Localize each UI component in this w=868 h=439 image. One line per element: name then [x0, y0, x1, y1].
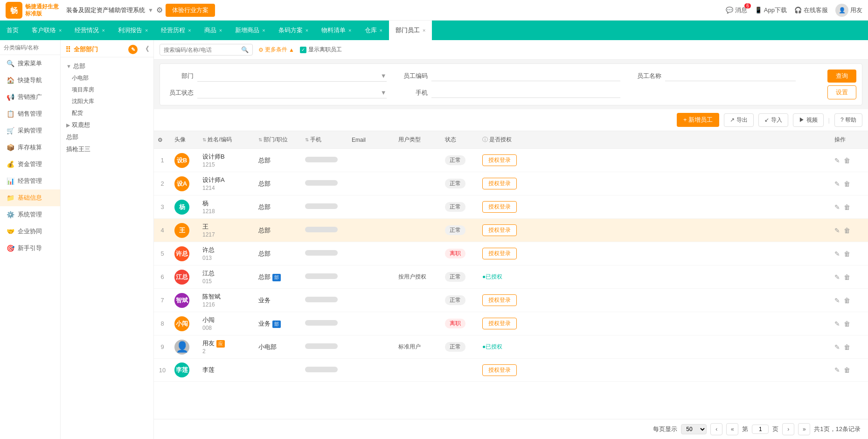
close-icon[interactable]: × — [380, 28, 382, 33]
delete-icon[interactable]: 🗑 — [844, 366, 850, 374]
query-button[interactable]: 查询 — [827, 70, 856, 83]
dept-node-general[interactable]: ▼ 总部 — [64, 60, 150, 72]
sidebar-item-operation-mgmt[interactable]: 📊 经营管理 — [0, 173, 60, 189]
auth-button[interactable]: 授权登录 — [482, 224, 517, 236]
close-icon[interactable]: × — [188, 28, 191, 33]
phone-input[interactable] — [431, 88, 621, 98]
close-icon[interactable]: × — [423, 28, 425, 33]
delete-icon[interactable]: 🗑 — [844, 203, 850, 211]
app-download-button[interactable]: 📱 App下载 — [755, 6, 787, 14]
dept-node-peihuo[interactable]: 配货 — [72, 107, 150, 119]
close-icon[interactable]: × — [262, 28, 265, 33]
delete-icon[interactable]: 🗑 — [844, 180, 850, 188]
dept-node-xiaodian[interactable]: 小电部 — [72, 72, 150, 84]
tab-history[interactable]: 经营历程 × — [154, 21, 197, 40]
sidebar-item-marketing[interactable]: 📢 营销推广 — [0, 89, 60, 105]
dept-node-shenyang[interactable]: 沈阳大库 — [72, 96, 150, 107]
edit-icon[interactable]: ✎ — [834, 250, 840, 258]
delete-icon[interactable]: 🗑 — [844, 297, 850, 304]
per-page-select[interactable]: 50 100 — [681, 424, 707, 434]
edit-icon[interactable]: ✎ — [834, 203, 840, 211]
auth-button[interactable]: 授权登录 — [482, 364, 517, 376]
dept-node-zongbu2[interactable]: 总部 — [64, 131, 150, 143]
message-button[interactable]: 💬 消息 6 — [726, 6, 747, 14]
close-icon[interactable]: × — [145, 28, 148, 33]
settings-icon[interactable]: ⚙ — [158, 137, 163, 143]
delete-icon[interactable]: 🗑 — [844, 250, 850, 258]
close-icon[interactable]: × — [59, 28, 62, 33]
sidebar-item-collab[interactable]: 🤝 企业协同 — [0, 223, 60, 240]
tab-customer[interactable]: 客户联络 × — [25, 21, 68, 40]
dept-node-shuanglu[interactable]: ▶ 双鹿想 — [64, 119, 150, 131]
service-button[interactable]: 🎧 在线客服 — [794, 6, 828, 14]
emp-status-select[interactable]: ▼ — [197, 87, 387, 98]
sidebar-item-search-menu[interactable]: 🔍 搜索菜单 — [0, 55, 60, 72]
auth-button[interactable]: 授权登录 — [482, 154, 517, 166]
tab-goods[interactable]: 商品 × — [198, 21, 229, 40]
help-button[interactable]: ? 帮助 — [834, 113, 862, 127]
edit-icon[interactable]: ✎ — [834, 320, 840, 328]
user-menu[interactable]: 👤 用友 — [835, 4, 862, 17]
prev-page-button[interactable]: ‹ — [710, 423, 722, 435]
sidebar-item-finance[interactable]: 💰 资金管理 — [0, 156, 60, 173]
sidebar-search[interactable]: 🔍 — [0, 40, 60, 55]
trial-button[interactable]: 体验行业方案 — [166, 4, 215, 17]
auth-button[interactable]: 授权登录 — [482, 178, 517, 189]
delete-icon[interactable]: 🗑 — [844, 320, 850, 328]
dept-node-chasun[interactable]: 插枪王三 — [64, 143, 150, 155]
tab-home[interactable]: 首页 — [0, 21, 25, 40]
edit-icon[interactable]: ✎ — [834, 297, 840, 304]
import-button[interactable]: ↙ 导入 — [758, 113, 788, 127]
emp-name-input[interactable] — [665, 71, 796, 81]
emp-code-input[interactable] — [431, 71, 621, 81]
tab-operation[interactable]: 经营情况 × — [68, 21, 111, 40]
dept-select[interactable]: ▼ — [197, 70, 387, 82]
setting-button[interactable]: 设置 — [827, 85, 856, 99]
search-input[interactable] — [164, 47, 238, 53]
delete-icon[interactable]: 🗑 — [844, 227, 850, 234]
edit-icon[interactable]: ✎ — [834, 366, 840, 374]
more-conditions-button[interactable]: ⚙ 更多条件 ▲ — [258, 46, 294, 54]
auth-button[interactable]: 授权登录 — [482, 248, 517, 259]
edit-icon[interactable]: ✎ — [834, 157, 840, 164]
add-employee-button[interactable]: + 新增员工 — [677, 113, 719, 127]
next-page-button[interactable]: › — [782, 423, 794, 435]
sidebar-item-basic-info[interactable]: 📁 基础信息 — [0, 189, 60, 206]
tab-dept-staff[interactable]: 部门员工 × — [389, 21, 432, 40]
dept-collapse-icon[interactable]: 《 — [142, 45, 149, 54]
gear-icon[interactable]: ⚙ — [156, 6, 163, 14]
edit-icon[interactable]: ✎ — [834, 273, 840, 281]
last-page-button[interactable]: » — [798, 423, 810, 435]
delete-icon[interactable]: 🗑 — [844, 273, 850, 281]
auth-button[interactable]: 授权登录 — [482, 318, 517, 329]
sidebar-item-sales[interactable]: 📋 销售管理 — [0, 105, 60, 122]
close-icon[interactable]: × — [306, 28, 308, 33]
sidebar-item-purchase[interactable]: 🛒 采购管理 — [0, 122, 60, 139]
edit-icon[interactable]: ✎ — [834, 227, 840, 234]
delete-icon[interactable]: 🗑 — [844, 343, 850, 351]
close-icon[interactable]: × — [102, 28, 104, 33]
delete-icon[interactable]: 🗑 — [844, 157, 850, 164]
edit-icon[interactable]: ✎ — [834, 343, 840, 351]
tab-profit[interactable]: 利润报告 × — [111, 21, 154, 40]
edit-icon[interactable]: ✎ — [834, 180, 840, 188]
tab-add-goods[interactable]: 新增商品 × — [229, 21, 271, 40]
export-button[interactable]: ↗ 导出 — [724, 113, 754, 127]
sidebar-search-input[interactable] — [4, 44, 61, 51]
dept-edit-button[interactable]: ✎ — [128, 45, 138, 54]
tab-material[interactable]: 物料清单 × — [315, 21, 358, 40]
page-input[interactable] — [752, 425, 769, 434]
show-resigned-checkbox[interactable]: ✓ 显示离职员工 — [300, 46, 342, 54]
tab-barcode[interactable]: 条码方案 × — [272, 21, 315, 40]
first-page-button[interactable]: « — [726, 423, 738, 435]
close-icon[interactable]: × — [219, 28, 222, 33]
search-box[interactable]: 🔍 — [160, 44, 253, 56]
auth-button[interactable]: 授权登录 — [482, 201, 517, 213]
view-button[interactable]: ▶ 视频 — [793, 113, 823, 127]
auth-button[interactable]: 授权登录 — [482, 294, 517, 306]
close-icon[interactable]: × — [348, 28, 351, 33]
sidebar-item-quick-nav[interactable]: 🏠 快捷导航 — [0, 72, 60, 89]
dept-node-project[interactable]: 项目库房 — [72, 84, 150, 96]
tab-warehouse[interactable]: 仓库 × — [358, 21, 389, 40]
sidebar-item-inventory[interactable]: 📦 库存核算 — [0, 139, 60, 156]
